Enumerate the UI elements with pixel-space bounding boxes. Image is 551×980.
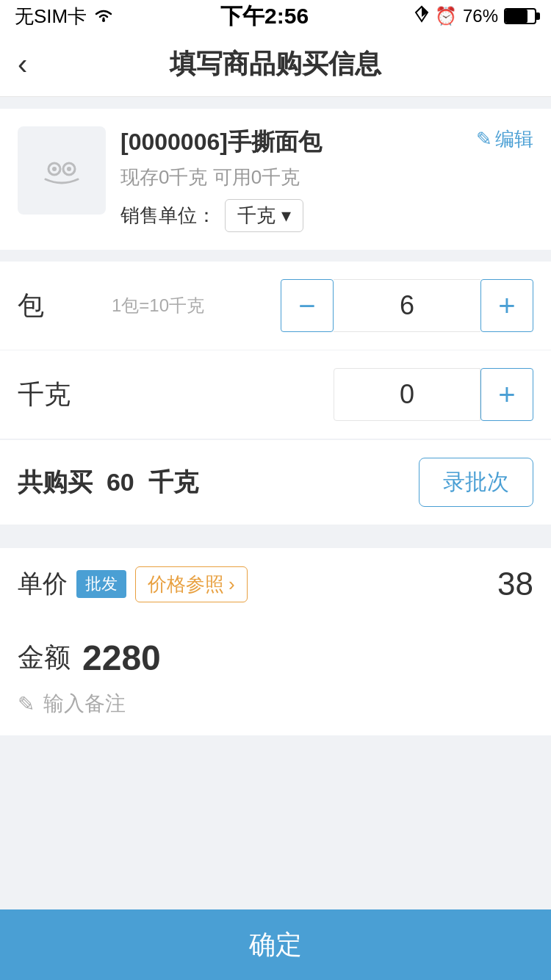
product-name: [0000006]手撕面包 [120,126,533,159]
total-unit: 千克 [148,468,198,496]
back-button[interactable]: ‹ [18,48,27,81]
note-row[interactable]: ✎ 输入备注 [18,690,533,718]
product-unit-row: 销售单位： 千克 ▾ [120,199,533,232]
total-prefix: 共购买 [18,468,93,496]
batch-button[interactable]: 录批次 [419,458,533,507]
amount-row: 金额 2280 [18,638,533,678]
amount-section: 金额 2280 ✎ 输入备注 [0,620,551,735]
total-row: 共购买 60 千克 录批次 [0,439,551,525]
divider-2 [0,525,551,536]
price-left: 单价 批发 价格参照 › [18,566,248,602]
unit-value: 千克 [237,203,276,228]
nav-bar: ‹ 填写商品购买信息 [0,32,551,97]
price-tag: 批发 [76,570,126,598]
pencil-icon: ✎ [18,692,35,716]
quantity-section: 包 1包=10千克 − + 千克 + 共购买 60 千克 录批次 [0,262,551,525]
kg-plus-button[interactable]: + [480,368,533,421]
unit-label: 销售单位： [120,203,216,228]
amount-label: 金额 [18,640,71,676]
edit-label: 编辑 [495,126,533,152]
chevron-right-icon: › [228,573,235,596]
svg-point-4 [67,167,71,171]
price-ref-label: 价格参照 [148,572,224,597]
price-ref-button[interactable]: 价格参照 › [135,566,248,602]
kg-controls: + [334,368,533,421]
location-icon [414,5,429,27]
battery-percent: 76% [463,6,498,26]
main-content: [0000006]手撕面包 现存0千克 可用0千克 销售单位： 千克 ▾ ✎ 编… [0,109,551,956]
price-label: 单价 [18,567,68,601]
unit-select[interactable]: 千克 ▾ [225,199,303,232]
pack-label: 包 [18,288,106,324]
status-time: 下午2:56 [220,1,309,32]
svg-point-3 [52,167,57,171]
product-card: [0000006]手撕面包 现存0千克 可用0千克 销售单位： 千克 ▾ ✎ 编… [0,109,551,250]
pack-plus-button[interactable]: + [480,279,533,332]
status-bar: 无SIM卡 下午2:56 ⏰ 76% [0,0,551,32]
amount-value: 2280 [82,638,161,678]
battery-icon [504,8,536,24]
kg-row: 千克 + [0,350,551,439]
alarm-icon: ⏰ [435,6,457,26]
edit-button[interactable]: ✎ 编辑 [476,126,533,152]
kg-label: 千克 [18,377,106,413]
edit-icon: ✎ [476,128,492,151]
product-info: [0000006]手撕面包 现存0千克 可用0千克 销售单位： 千克 ▾ [120,126,533,232]
price-section: 单价 批发 价格参照 › 38 [0,548,551,620]
pack-controls: − + [281,279,533,332]
product-stock: 现存0千克 可用0千克 [120,165,533,190]
pack-input[interactable] [334,279,480,332]
status-right: ⏰ 76% [414,5,536,27]
total-quantity: 60 [107,468,134,496]
pack-row: 包 1包=10千克 − + [0,262,551,350]
kg-input[interactable] [334,368,480,421]
total-text: 共购买 60 千克 [18,466,198,500]
price-value: 38 [497,566,533,602]
chevron-down-icon: ▾ [281,204,291,227]
carrier-text: 无SIM卡 [15,4,87,29]
svg-point-0 [102,19,105,22]
product-image [18,126,106,215]
pack-sublabel: 1包=10千克 [112,294,281,317]
status-carrier: 无SIM卡 [15,4,115,29]
note-placeholder: 输入备注 [43,690,126,718]
confirm-button[interactable]: 确定 [0,909,551,980]
page-title: 填写商品购买信息 [170,46,381,82]
product-logo-icon [40,148,84,192]
wifi-icon [93,5,115,28]
pack-minus-button[interactable]: − [281,279,334,332]
divider-1 [0,250,551,262]
